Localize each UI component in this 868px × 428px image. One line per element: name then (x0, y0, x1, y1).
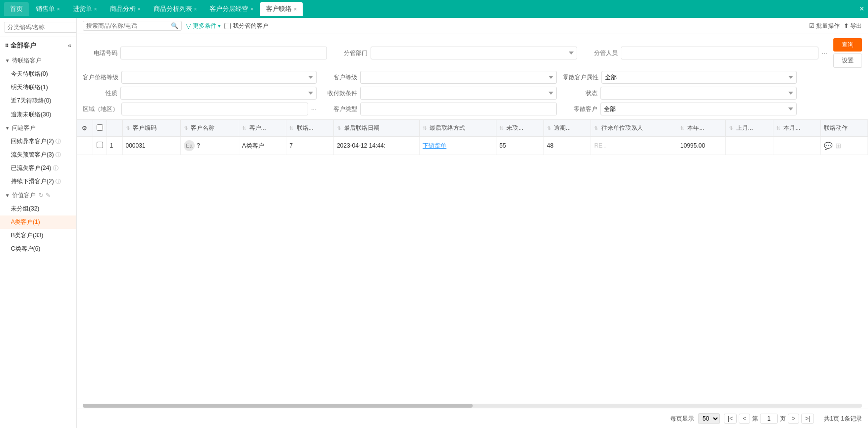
search-input[interactable] (86, 22, 169, 29)
action-message-icon[interactable]: 💬 (824, 142, 832, 150)
per-page-label: 每页显示 (670, 415, 694, 423)
total-info: 共1页 1条记录 (824, 415, 862, 423)
col-no-contact[interactable]: ⇅ 未联... (496, 120, 544, 137)
filter-btn[interactable]: ▽ 更多条件 ▾ (186, 22, 220, 30)
filter-retail-attr-select[interactable]: 全部 (601, 71, 797, 84)
tab-customer-contact[interactable]: 客户联络 × (260, 2, 303, 16)
tab-sales[interactable]: 销售单 × (30, 2, 66, 16)
sidebar-item-loss-warning[interactable]: 流失预警客户(3) ⓘ (0, 148, 76, 161)
section-value-label: 价值客户 (12, 191, 36, 200)
col-contact[interactable]: ⇅ 联络... (286, 120, 334, 137)
col-category[interactable]: ⇅ 客户... (239, 120, 286, 137)
tab-purchase-close[interactable]: × (94, 6, 97, 12)
tab-sales-close[interactable]: × (57, 6, 60, 12)
col-this-month[interactable]: ⇅ 本月... (773, 120, 821, 137)
page-input[interactable] (760, 414, 778, 424)
sort-handle-contact: ⇅ (289, 125, 293, 131)
filter-region-input[interactable] (121, 103, 308, 115)
col-overdue[interactable]: ⇅ 逾期... (543, 120, 591, 137)
my-customers-checkbox[interactable] (224, 23, 231, 29)
sidebar-item-7days[interactable]: 近7天待联络(0) (0, 94, 76, 107)
filter-manager: 分管人员 ··· (583, 47, 827, 59)
sidebar-item-c-class[interactable]: C类客户(6) (0, 242, 76, 256)
filter-price-level-select[interactable] (121, 71, 317, 84)
sidebar-item-tomorrow[interactable]: 明天待联络(1) (0, 81, 76, 94)
section-value[interactable]: ▼ 价值客户 ↻ ✎ (0, 189, 76, 202)
sidebar-item-declining[interactable]: 持续下滑客户(2) ⓘ (0, 175, 76, 188)
sort-handle-cat: ⇅ (242, 125, 246, 131)
sidebar-collapse-icon[interactable]: « (68, 42, 71, 49)
col-code[interactable]: ⇅ 客户编码 (122, 120, 181, 137)
sidebar-item-today[interactable]: 今天待联络(0) (0, 67, 76, 81)
col-action: 联络动作 (820, 120, 868, 137)
col-last-method[interactable]: ⇅ 最后联络方式 (420, 120, 496, 137)
last-page-btn[interactable]: >| (801, 414, 814, 424)
action-qr-icon[interactable]: ⊞ (835, 142, 841, 150)
sidebar-all-customers[interactable]: ⠿ 全部客户 « (0, 37, 76, 54)
scroll-track[interactable] (83, 404, 862, 408)
filter-customer-type-input[interactable] (360, 103, 556, 115)
page-label: 第 (752, 415, 758, 423)
last-method-link[interactable]: 下销货单 (423, 142, 446, 149)
col-last-month[interactable]: ⇅ 上月... (726, 120, 773, 137)
customer-avatar: Ea (184, 140, 195, 151)
sidebar-item-a-class[interactable]: A类客户(1) (0, 215, 76, 229)
tab-sales-label: 销售单 (36, 4, 55, 13)
sidebar-item-lost[interactable]: 已流失客户(24) ⓘ (0, 161, 76, 175)
scroll-thumb[interactable] (83, 404, 473, 408)
cell-overdue: 48 (543, 137, 591, 155)
sort-handle-lmonth: ⇅ (729, 125, 733, 131)
filter-customer-level-select[interactable] (360, 71, 556, 84)
batch-btn[interactable]: ☑ 批量操作 (809, 22, 840, 30)
tab-analysis-list-close[interactable]: × (194, 6, 197, 12)
col-this-year[interactable]: ⇅ 本年... (677, 120, 726, 137)
edit-icon[interactable]: ✎ (46, 192, 51, 199)
row-checkbox[interactable] (97, 142, 103, 148)
section-problem[interactable]: ▼ 问题客户 (0, 121, 76, 135)
filter-retail-select[interactable]: 全部 (600, 103, 797, 115)
close-all-tabs[interactable]: × (860, 4, 864, 13)
col-name[interactable]: ⇅ 客户名称 (181, 120, 239, 137)
col-last-date[interactable]: ⇅ 最后联络日期 (333, 120, 419, 137)
tab-analysis[interactable]: 商品分析 × (104, 2, 147, 16)
sidebar-search-input[interactable] (4, 22, 77, 33)
settings-button[interactable]: 设置 (833, 54, 862, 68)
select-all-checkbox[interactable] (97, 124, 103, 131)
filter-phone-input[interactable] (120, 47, 327, 59)
export-btn[interactable]: ⬆ 导出 (844, 22, 862, 30)
sort-handle-unit: ⇅ (594, 125, 598, 131)
sidebar-item-ungrouped[interactable]: 未分组(32) (0, 202, 76, 215)
per-page-select[interactable]: 50 (698, 413, 720, 424)
tab-home[interactable]: 首页 (4, 2, 29, 16)
filter-nature-select[interactable] (120, 87, 317, 100)
first-page-btn[interactable]: |< (724, 414, 737, 424)
filter-dept-select[interactable] (371, 47, 577, 59)
tab-analysis-close[interactable]: × (138, 6, 141, 12)
col-unit-contacts[interactable]: ⇅ 往来单位联系人 (591, 120, 677, 137)
filter-region-dots[interactable]: ··· (311, 105, 317, 113)
col-check (93, 120, 107, 137)
export-btn-label: 导出 (850, 22, 862, 30)
refresh-icon[interactable]: ↻ (39, 192, 44, 199)
filter-manager-input[interactable] (621, 47, 818, 59)
prev-page-btn[interactable]: < (739, 414, 750, 424)
sidebar-item-b-class[interactable]: B类客户(33) (0, 229, 76, 242)
sidebar-item-overdue[interactable]: 逾期未联络(30) (0, 108, 76, 121)
next-page-btn[interactable]: > (788, 414, 799, 424)
filter-status-select[interactable] (600, 87, 797, 100)
search-icon[interactable]: 🔍 (171, 22, 178, 29)
tab-customer-contact-close[interactable]: × (294, 6, 297, 12)
tab-customer-seg-close[interactable]: × (250, 6, 253, 12)
tab-purchase-label: 进货单 (73, 4, 92, 13)
tab-analysis-list-label: 商品分析列表 (154, 4, 192, 13)
col-settings[interactable]: ⚙ (77, 120, 93, 137)
section-pending[interactable]: ▼ 待联络客户 (0, 54, 76, 67)
sidebar-item-abnormal[interactable]: 回购异常客户(2) ⓘ (0, 135, 76, 148)
tab-purchase[interactable]: 进货单 × (67, 2, 103, 16)
filter-manager-dots[interactable]: ··· (821, 49, 827, 57)
filter-payment-select[interactable] (360, 87, 556, 100)
tab-customer-seg[interactable]: 客户分层经营 × (204, 2, 259, 16)
grid-icon: ⠿ (5, 43, 8, 49)
query-button[interactable]: 查询 (833, 38, 862, 52)
tab-analysis-list[interactable]: 商品分析列表 × (148, 2, 203, 16)
